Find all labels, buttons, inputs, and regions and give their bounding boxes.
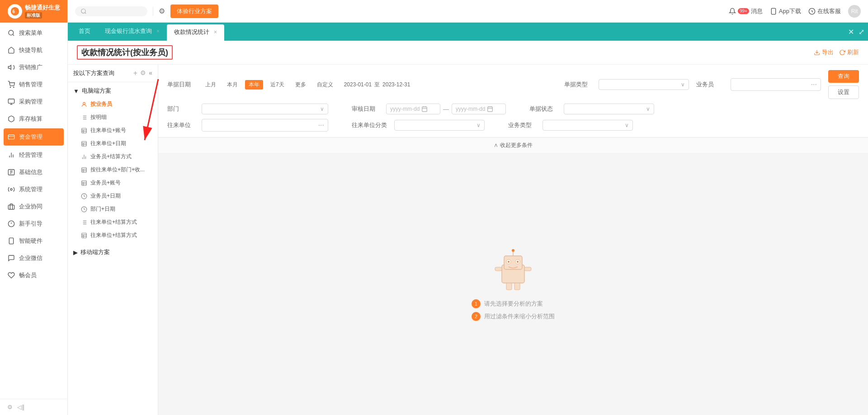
empty-hint-1: 1 请先选择要分析的方案 <box>472 299 555 308</box>
audit-date-end[interactable]: yyyy-mm-dd <box>452 104 506 114</box>
sidebar: 6 畅捷通好生意 标准版 搜索菜单 快捷导航 营销推广 <box>0 0 68 415</box>
add-scheme-button[interactable]: + <box>133 69 137 77</box>
sidebar-item-operations[interactable]: 经营管理 <box>0 146 67 164</box>
doc-type-label: 单据类型 <box>564 80 591 89</box>
doc-type-select[interactable]: ∨ <box>599 79 689 90</box>
wallet-icon <box>7 133 15 141</box>
svg-rect-81 <box>506 283 512 290</box>
tab-collection-stat-close[interactable]: × <box>214 29 217 35</box>
clock-icon-2 <box>80 206 88 213</box>
refresh-button[interactable]: 刷新 <box>839 48 859 57</box>
topbar-search[interactable] <box>75 6 147 16</box>
supplier-category-select[interactable]: ∨ <box>394 120 485 131</box>
date-btn-this-year[interactable]: 本年 <box>245 80 263 90</box>
tab-right-actions: ✕ ⤢ <box>848 23 864 41</box>
doc-status-label: 单据状态 <box>529 105 557 113</box>
app-download-link[interactable]: App下载 <box>770 7 801 15</box>
sidebar-item-marketing[interactable]: 营销推广 <box>0 59 67 76</box>
sidebar-item-quick-nav[interactable]: 快捷导航 <box>0 42 67 59</box>
export-button[interactable]: 导出 <box>814 48 834 57</box>
home-icon <box>7 46 15 54</box>
sidebar-item-guide[interactable]: 新手引导 <box>0 215 67 232</box>
topbar-right: 99+ 消息 App下载 在线客服 Rit <box>729 5 861 18</box>
scheme-supplier-dept[interactable]: 按往来单位+部门+收... <box>68 163 158 176</box>
scheme-dept-date[interactable]: 部门+日期 <box>68 203 158 216</box>
sidebar-item-finance[interactable]: 资金管理 <box>4 128 64 146</box>
tab-expand-icon[interactable]: ⤢ <box>859 28 864 36</box>
audit-date-group: yyyy-mm-dd — yyyy-mm-dd <box>386 104 506 114</box>
doc-status-select[interactable]: ∨ <box>564 104 654 114</box>
scheme-supplier-payment1[interactable]: 往来单位+结算方式 <box>68 216 158 229</box>
wechat-icon <box>7 254 15 262</box>
scheme-supplier-payment2[interactable]: 往来单位+结算方式 <box>68 229 158 242</box>
scheme-salesman-account[interactable]: 业务员+账号 <box>68 176 158 189</box>
online-service-link[interactable]: 在线客服 <box>808 7 841 15</box>
scheme-salesman-date[interactable]: 业务员+日期 <box>68 189 158 203</box>
svg-rect-84 <box>524 267 531 271</box>
trial-button[interactable]: 体验行业方案 <box>170 5 218 18</box>
sidebar-item-hardware[interactable]: 智能硬件 <box>0 232 67 250</box>
scheme-salesman-payment[interactable]: 业务员+结算方式 <box>68 150 158 163</box>
scheme-supplier-date[interactable]: 往来单位+日期 <box>68 137 158 150</box>
sidebar-item-enterprise[interactable]: 企业协同 <box>0 198 67 215</box>
business-type-select[interactable]: ∨ <box>542 120 633 131</box>
sidebar-item-purchase[interactable]: 采购管理 <box>0 93 67 110</box>
supplier-cat-arrow-icon: ∨ <box>476 122 481 128</box>
sidebar-item-member[interactable]: 畅会员 <box>0 267 67 284</box>
svg-point-86 <box>512 249 514 252</box>
svg-point-5 <box>10 87 10 87</box>
audit-date-start[interactable]: yyyy-mm-dd <box>386 104 440 114</box>
user-avatar[interactable]: Rit <box>848 5 861 18</box>
date-btn-this-month[interactable]: 本月 <box>223 80 241 90</box>
hardware-icon <box>7 237 15 245</box>
supplier-select[interactable]: ··· <box>202 119 328 132</box>
collapse-footer-icon[interactable]: ◁‖ <box>17 404 25 410</box>
date-btn-more[interactable]: 更多 <box>292 80 310 90</box>
tab-bank-flow-close[interactable]: × <box>156 28 160 34</box>
list-icon <box>80 114 88 121</box>
svg-point-19 <box>10 189 12 190</box>
collapse-panel-icon[interactable]: « <box>149 69 152 77</box>
date-btn-last-month[interactable]: 上月 <box>202 80 220 90</box>
svg-point-80 <box>517 261 519 263</box>
date-btn-last7[interactable]: 近7天 <box>267 80 288 90</box>
pc-schemes-title[interactable]: ▼ 电脑端方案 <box>68 84 158 98</box>
scheme-by-detail[interactable]: 按明细 <box>68 111 158 124</box>
dept-select[interactable]: ∨ <box>202 104 328 114</box>
salesman-select[interactable]: ··· <box>731 78 821 91</box>
query-button[interactable]: 查询 <box>828 70 859 83</box>
tab-home[interactable]: 首页 <box>71 23 98 41</box>
scheme-settings-icon[interactable]: ⚙ <box>140 69 146 77</box>
svg-text:6: 6 <box>12 9 15 14</box>
filter-area: 单据日期 上月 本月 本年 近7天 更多 自定义 2023-01-01 至 20… <box>158 65 868 137</box>
megaphone-icon <box>7 63 15 71</box>
settings-footer-icon[interactable]: ⚙ <box>7 404 13 410</box>
collapse-more-button[interactable]: ∧ 收起更多条件 <box>158 137 868 153</box>
date-end[interactable]: 2023-12-31 <box>382 81 410 88</box>
sidebar-item-wechat[interactable]: 企业微信 <box>0 250 67 267</box>
topbar-gear-icon[interactable]: ⚙ <box>159 7 165 15</box>
scheme-supplier-account[interactable]: 往来单位+账号 <box>68 124 158 137</box>
date-btn-custom[interactable]: 自定义 <box>313 80 337 90</box>
sidebar-item-basic-info[interactable]: 基础信息 <box>0 164 67 181</box>
topbar-divider <box>153 7 153 16</box>
svg-rect-50 <box>82 167 87 172</box>
filter-settings-button[interactable]: 设置 <box>828 85 859 99</box>
page-actions: 导出 刷新 <box>814 48 859 57</box>
tab-close-all-icon[interactable]: ✕ <box>848 28 854 36</box>
tab-bank-flow[interactable]: 现金银行流水查询 × <box>98 23 167 41</box>
sidebar-nav: 搜索菜单 快捷导航 营销推广 销售管理 采购管理 <box>0 23 67 399</box>
sidebar-item-search[interactable]: 搜索菜单 <box>0 24 67 42</box>
download-icon <box>770 8 777 15</box>
sidebar-item-system[interactable]: 系统管理 <box>0 181 67 198</box>
date-start[interactable]: 2023-01-01 <box>344 81 372 88</box>
sidebar-item-sales[interactable]: 销售管理 <box>0 76 67 93</box>
messages-badge[interactable]: 99+ 消息 <box>729 7 763 15</box>
sidebar-item-inventory[interactable]: 库存核算 <box>0 110 67 127</box>
filter-row-2: 部门 ∨ 审核日期 yyyy-mm-dd — yyyy <box>167 104 859 114</box>
mobile-schemes-title[interactable]: ▶ 移动端方案 <box>68 245 158 259</box>
scheme-by-salesman[interactable]: 按业务员 <box>68 98 158 111</box>
svg-rect-24 <box>9 238 13 244</box>
svg-point-2 <box>9 30 14 35</box>
tab-collection-stat[interactable]: 收款情况统计 × <box>167 24 224 41</box>
